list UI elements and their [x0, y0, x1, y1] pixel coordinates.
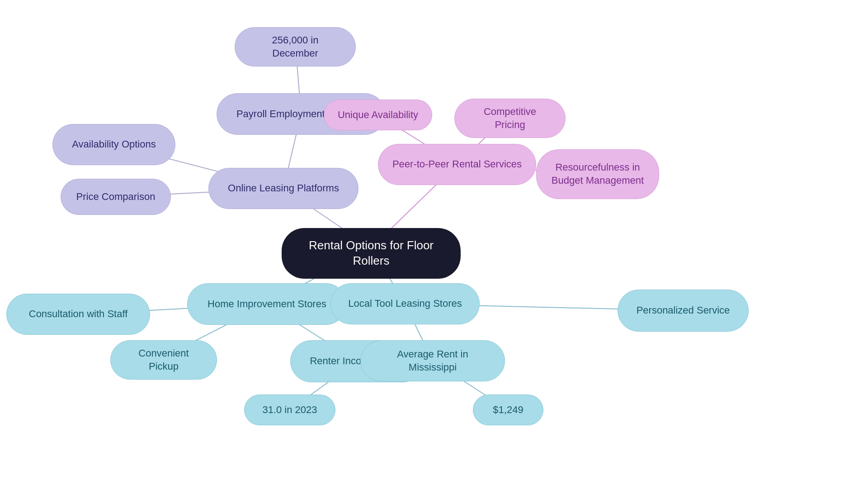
node-label-competitive-pricing: Competitive Pricing	[467, 105, 552, 131]
node-availability-options: Availability Options	[52, 124, 175, 165]
node-label-availability-options: Availability Options	[72, 138, 156, 151]
node-label-personalized: Personalized Service	[637, 304, 730, 317]
node-local-tool: Local Tool Leasing Stores	[330, 283, 480, 324]
node-center: Rental Options for Floor Rollers	[282, 228, 461, 279]
node-label-local-tool: Local Tool Leasing Stores	[348, 297, 462, 310]
node-unique-availability: Unique Availability	[324, 100, 432, 130]
node-online-leasing: Online Leasing Platforms	[208, 168, 359, 209]
node-convenient-pickup: Convenient Pickup	[110, 340, 217, 380]
node-label-online-leasing: Online Leasing Platforms	[228, 182, 339, 195]
node-personalized: Personalized Service	[618, 290, 749, 332]
node-competitive-pricing: Competitive Pricing	[454, 99, 566, 138]
node-label-december: 256,000 in December	[248, 34, 343, 60]
node-label-home-improvement: Home Improvement Stores	[208, 298, 326, 311]
node-label-income-value: 31.0 in 2023	[262, 404, 317, 417]
node-home-improvement: Home Improvement Stores	[187, 283, 347, 325]
node-label-price-comparison: Price Comparison	[76, 190, 156, 204]
node-consultation: Consultation with Staff	[6, 294, 150, 335]
node-peer-rental: Peer-to-Peer Rental Services	[378, 144, 536, 185]
node-december: 256,000 in December	[235, 27, 356, 67]
node-label-unique-availability: Unique Availability	[338, 109, 418, 122]
node-label-peer-rental: Peer-to-Peer Rental Services	[392, 158, 522, 171]
node-price-comparison: Price Comparison	[61, 179, 171, 215]
node-label-convenient-pickup: Convenient Pickup	[123, 347, 204, 373]
node-label-consultation: Consultation with Staff	[29, 308, 128, 321]
node-label-avg-rent: Average Rent in Mississippi	[373, 348, 492, 374]
node-label-rent-value: $1,249	[493, 404, 523, 417]
node-label-center: Rental Options for Floor Rollers	[302, 238, 441, 269]
node-label-resourcefulness: Resourcefulness in Budget Management	[549, 161, 646, 187]
node-rent-value: $1,249	[473, 395, 543, 425]
node-resourcefulness: Resourcefulness in Budget Management	[536, 149, 659, 199]
node-avg-rent: Average Rent in Mississippi	[360, 340, 505, 381]
node-income-value: 31.0 in 2023	[244, 395, 335, 425]
